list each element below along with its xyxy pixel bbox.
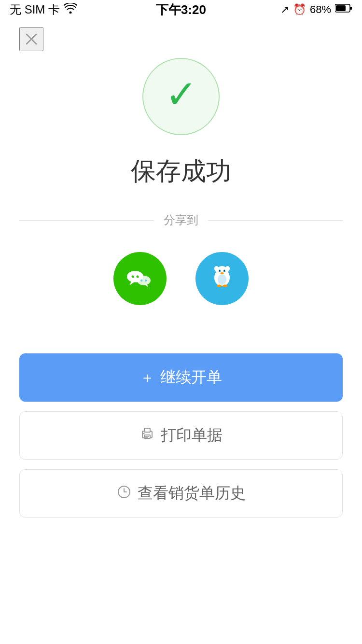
battery-percentage: 68% xyxy=(310,3,331,16)
location-icon: ↗ xyxy=(280,3,289,16)
history-label: 查看销货单历史 xyxy=(138,483,246,504)
sim-status: 无 SIM 卡 xyxy=(10,2,60,17)
print-label: 打印单据 xyxy=(161,425,223,446)
share-section: 分享到 xyxy=(0,212,362,334)
checkmark-icon: ✓ xyxy=(165,75,197,114)
main-content: ✓ 保存成功 分享到 xyxy=(0,19,362,518)
svg-rect-2 xyxy=(336,5,346,11)
share-label: 分享到 xyxy=(164,212,198,228)
view-history-button[interactable]: 查看销货单历史 xyxy=(19,469,343,518)
share-divider: 分享到 xyxy=(19,212,343,228)
svg-point-18 xyxy=(224,270,225,271)
svg-point-20 xyxy=(218,274,226,285)
continue-order-button[interactable]: ＋ 继续开单 xyxy=(19,353,343,402)
success-icon-circle: ✓ xyxy=(142,58,220,135)
svg-point-17 xyxy=(219,270,220,271)
plus-icon: ＋ xyxy=(140,368,154,388)
success-title: 保存成功 xyxy=(131,154,231,188)
svg-point-19 xyxy=(221,272,224,274)
svg-point-11 xyxy=(140,280,142,281)
status-bar: 无 SIM 卡 下午3:20 ↗ ⏰ 68% xyxy=(0,0,362,19)
share-wechat-button[interactable] xyxy=(113,252,167,305)
share-qq-button[interactable] xyxy=(195,252,249,305)
wifi-icon xyxy=(64,3,77,16)
status-time: 下午3:20 xyxy=(156,1,206,18)
svg-point-30 xyxy=(143,433,145,434)
status-left: 无 SIM 卡 xyxy=(10,2,77,17)
share-icons xyxy=(19,252,343,305)
status-right: ↗ ⏰ 68% xyxy=(280,3,352,16)
history-icon xyxy=(116,484,132,503)
svg-point-7 xyxy=(137,276,151,285)
svg-point-10 xyxy=(137,276,139,278)
print-button[interactable]: 打印单据 xyxy=(19,411,343,460)
battery-icon xyxy=(335,3,352,16)
svg-point-12 xyxy=(145,280,147,281)
continue-order-label: 继续开单 xyxy=(160,367,222,388)
action-buttons: ＋ 继续开单 打印单据 xyxy=(0,353,362,518)
close-button[interactable] xyxy=(19,27,43,51)
alarm-icon: ⏰ xyxy=(293,3,306,16)
svg-point-22 xyxy=(223,285,227,287)
print-icon xyxy=(139,426,155,445)
svg-rect-26 xyxy=(144,428,150,432)
svg-point-21 xyxy=(217,285,222,287)
svg-rect-1 xyxy=(350,7,352,10)
svg-point-9 xyxy=(132,276,134,278)
